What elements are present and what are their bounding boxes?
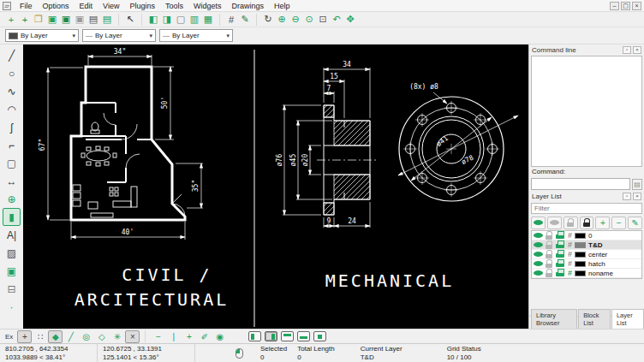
edit-layer-button[interactable]: ✎ <box>628 217 642 229</box>
zoom-window-icon[interactable]: ⊡ <box>316 13 330 27</box>
menu-tools[interactable]: Tools <box>160 1 188 11</box>
layer-construction-icon[interactable]: # <box>568 250 572 258</box>
layer-color-swatch[interactable] <box>575 261 586 267</box>
zoom-in-icon[interactable]: ⊕ <box>275 13 289 27</box>
tool-hatch-button[interactable]: ▨ <box>3 244 21 262</box>
restrict-vertical-button[interactable]: | <box>166 330 181 343</box>
minimize-button[interactable]: – <box>610 2 619 10</box>
panel-add-icon[interactable]: ▦ <box>201 13 215 27</box>
tab-library-browser[interactable]: Library Browser <box>531 309 577 329</box>
layer-print-icon[interactable] <box>556 250 565 258</box>
dock-left-toggle[interactable] <box>248 331 261 341</box>
tool-polyline-button[interactable]: ⌐ <box>3 136 21 154</box>
layer-lock-icon[interactable] <box>546 240 553 249</box>
dock-float-toggle[interactable] <box>313 331 326 341</box>
snap-free-button[interactable]: + <box>17 330 32 343</box>
menu-widgets[interactable]: Widgets <box>188 1 227 11</box>
save-as-icon[interactable]: ▣ <box>59 13 73 27</box>
layer-row[interactable]: # hatch <box>532 259 641 269</box>
tool-image-button[interactable]: ▣ <box>3 262 21 280</box>
line-width-dropdown[interactable]: — By Layer ▾ <box>82 29 156 42</box>
snap-center-button[interactable]: ◎ <box>79 330 93 343</box>
draft-mode-icon[interactable]: ✎ <box>238 13 252 27</box>
layer-construction-icon[interactable]: # <box>568 231 572 240</box>
layer-visible-icon[interactable] <box>534 240 543 249</box>
layer-print-icon[interactable] <box>556 259 565 268</box>
snap-intersection-button[interactable]: × <box>125 330 140 343</box>
save-icon[interactable]: ▣ <box>45 13 59 27</box>
remove-layer-button[interactable]: − <box>611 217 626 229</box>
snap-settings-button[interactable]: ✐ <box>197 330 212 343</box>
unlock-all-layers-button[interactable] <box>564 217 578 229</box>
menu-help[interactable]: Help <box>269 1 295 11</box>
tab-layer-list[interactable]: Layer List <box>611 309 644 329</box>
window-previous-icon[interactable]: ◧ <box>146 13 160 27</box>
maximize-button[interactable]: ▢ <box>621 2 630 10</box>
layer-color-swatch[interactable] <box>575 270 586 276</box>
layer-row[interactable]: # 0 <box>532 231 641 240</box>
layer-row[interactable]: # noname <box>532 269 641 278</box>
layer-print-icon[interactable] <box>556 231 565 240</box>
tool-select-button[interactable]: ▢ <box>3 154 21 172</box>
layer-filter-input[interactable] <box>531 203 642 214</box>
layer-construction-icon[interactable]: # <box>568 269 572 277</box>
tool-circle-button[interactable]: ○ <box>3 64 21 82</box>
layer-construction-icon[interactable]: # <box>568 240 572 249</box>
layer-visible-icon[interactable] <box>534 269 543 277</box>
menu-options[interactable]: Options <box>38 1 75 11</box>
command-history[interactable] <box>531 56 642 167</box>
snap-endpoint-button[interactable]: ◆ <box>48 330 63 343</box>
restrict-orthogonal-button[interactable]: + <box>182 330 196 343</box>
zoom-auto-icon[interactable]: ⊙ <box>302 13 316 27</box>
selection-icon[interactable]: ▢ <box>174 13 188 27</box>
menu-edit[interactable]: Edit <box>75 1 98 11</box>
menu-drawings[interactable]: Drawings <box>226 1 269 11</box>
tool-freehand-button[interactable]: ʃ <box>3 118 21 136</box>
tool-modify-button[interactable]: ⊕ <box>3 190 21 208</box>
command-input[interactable] <box>531 178 630 190</box>
color-dropdown[interactable]: By Layer ▾ <box>5 29 79 42</box>
menu-view[interactable]: View <box>98 1 124 11</box>
float-dock-icon[interactable]: ▫ <box>623 46 631 54</box>
tab-block-list[interactable]: Block List <box>578 309 611 329</box>
tool-block-button[interactable]: ▮ <box>3 208 21 226</box>
grid-toggle-icon[interactable]: # <box>224 13 238 27</box>
menu-file[interactable]: File <box>15 1 38 11</box>
float-dock-icon[interactable]: ▫ <box>623 193 631 200</box>
tool-point-button[interactable]: · <box>3 298 21 316</box>
dock-bottom-toggle[interactable] <box>297 331 310 341</box>
line-type-dropdown[interactable]: — By Layer ▾ <box>159 29 233 42</box>
new-from-template-icon[interactable]: + <box>18 13 32 27</box>
print-icon[interactable]: ▤ <box>86 13 100 27</box>
drawing-canvas[interactable]: 34" 50' 67" 35" 40' CIVIL / ARCITECTURAL <box>23 45 528 329</box>
add-layer-button[interactable]: + <box>595 217 610 229</box>
window-next-icon[interactable]: ◨ <box>160 13 174 27</box>
tool-text-button[interactable]: A| <box>3 226 21 244</box>
redraw-icon[interactable]: ↻ <box>261 13 275 27</box>
layer-lock-icon[interactable] <box>546 250 553 258</box>
zoom-previous-icon[interactable]: ↶ <box>330 13 343 27</box>
snap-distance-button[interactable]: ✳ <box>110 330 124 343</box>
layer-visible-icon[interactable] <box>534 259 543 268</box>
show-all-layers-button[interactable] <box>531 217 546 229</box>
pointer-icon[interactable]: ↖ <box>123 13 137 27</box>
layer-row[interactable]: # T&D <box>532 240 641 250</box>
tool-order-button[interactable]: ⊟ <box>3 280 21 298</box>
layer-color-swatch[interactable] <box>575 252 586 258</box>
open-file-icon[interactable]: ❐ <box>32 13 45 27</box>
zoom-out-icon[interactable]: ⊖ <box>289 13 302 27</box>
dock-top-toggle[interactable] <box>281 331 294 341</box>
save-all-icon[interactable]: ▣ <box>73 13 86 27</box>
new-file-icon[interactable]: + <box>4 13 18 27</box>
layer-print-icon[interactable] <box>556 240 565 249</box>
tool-line-button[interactable]: ╱ <box>3 46 21 64</box>
restrict-horizontal-button[interactable]: − <box>151 330 165 343</box>
hide-all-layers-button[interactable] <box>547 217 562 229</box>
layer-lock-icon[interactable] <box>546 269 553 277</box>
close-dock-icon[interactable]: × <box>633 46 641 54</box>
dock-right-toggle[interactable] <box>265 331 277 341</box>
close-button[interactable]: × <box>632 2 641 10</box>
layer-row[interactable]: # center <box>532 250 641 259</box>
tool-spline-button[interactable]: ∿ <box>3 82 21 100</box>
layer-construction-icon[interactable]: # <box>568 259 572 268</box>
